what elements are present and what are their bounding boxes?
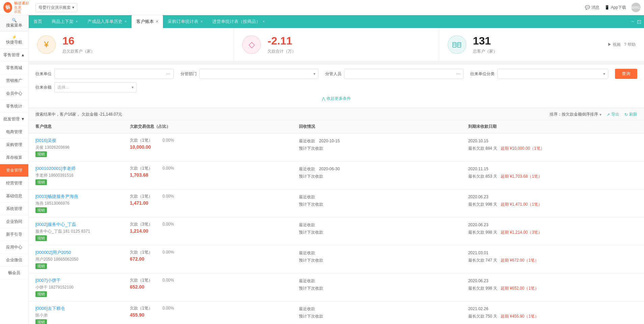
customer-name-1[interactable]: [0001020001]李老师	[35, 166, 130, 172]
return-info-3: 最近收款 预计下次收款	[299, 222, 468, 236]
avatar[interactable]: demo2	[631, 3, 641, 12]
sidebar-item-purchase[interactable]: 采购管理	[0, 139, 28, 151]
sidebar-item-members[interactable]: 会员中心	[0, 87, 28, 100]
debt-info-6: 欠款（1笔） 455.90 0.00%	[130, 305, 299, 318]
filter-balance: 往来余额 选择... ▾	[35, 82, 137, 92]
from-unit-label: 往来单位	[35, 71, 52, 77]
tab-minimize-icon[interactable]: −	[631, 19, 634, 25]
content-area: 首页 商品上下架 × 产成品入库单历史 × 客户账本 × 采购订单统计表 ×	[29, 15, 644, 324]
tab-close-product-listing[interactable]: ×	[76, 19, 78, 24]
customer-tag-5: 现销	[35, 291, 47, 297]
app-download-button[interactable]: 📱 App下载	[605, 5, 626, 10]
svg-rect-2	[453, 43, 454, 44]
customer-name-4[interactable]: [000002]用户2050	[35, 249, 130, 256]
customer-contact-0: 吴俊 13026203696	[35, 145, 130, 150]
sidebar-item-system[interactable]: 系统管理	[0, 203, 28, 215]
unit-category-select[interactable]: ▾	[497, 69, 609, 79]
from-unit-input[interactable]: ···	[54, 69, 174, 79]
video-button[interactable]: ▶ 视频	[608, 42, 621, 48]
sidebar-item-batch-mgmt[interactable]: 批发管理 ▼	[0, 113, 28, 126]
svg-rect-9	[459, 45, 460, 46]
customer-tag-0: 现销	[35, 151, 47, 157]
help-button[interactable]: ? 帮助	[624, 42, 636, 48]
sort-select[interactable]: 排序：按欠款金额倒序排序 ▾	[550, 112, 601, 117]
tab-close-purchase-summary[interactable]: ×	[200, 19, 203, 24]
tab-product-listing[interactable]: 商品上下架 ×	[47, 15, 83, 28]
stat-label-customers: 总欠款客户（家）	[62, 49, 95, 54]
debt-amount-5: 652.00	[130, 284, 152, 290]
export-button[interactable]: ↗ 导出	[607, 112, 619, 117]
result-bar-right: 排序：按欠款金额倒序排序 ▾ ↗ 导出 ↻ 刷新	[550, 112, 637, 117]
filter-unit-category: 往来单位分类 ▾	[470, 69, 609, 79]
balance-select[interactable]: 选择... ▾	[54, 82, 137, 92]
sidebar-item-newbie[interactable]: 新手引导	[0, 228, 28, 241]
stat-label-debt: 欠款合计（万）	[268, 49, 296, 54]
from-unit-dots[interactable]: ···	[166, 71, 170, 77]
tab-product-inbound[interactable]: 产成品入库单历史 ×	[83, 15, 132, 28]
stat-value-total: 131	[473, 35, 497, 47]
overdue-link-2[interactable]: 超期 ¥1,471.00（1笔）	[501, 202, 542, 207]
tab-close-customer-account[interactable]: ×	[156, 19, 158, 24]
customer-name-6[interactable]: [0006]去下粮仓	[35, 305, 130, 312]
tab-inbound-summary[interactable]: 进货单统计表（按商品） ×	[207, 15, 270, 28]
sidebar-item-retail-mgmt[interactable]: 零售管理 ▲	[0, 49, 28, 62]
customer-info-0: [0016]吴俊 吴俊 13026203696 现销	[35, 138, 130, 157]
page-content: ¥ 16 总欠款客户（家） ◇ -2.11 欠款合计（万）	[29, 28, 644, 324]
customer-name-0[interactable]: [0016]吴俊	[35, 138, 130, 144]
store-selector[interactable]: 母婴行业演示账套 ▾	[35, 3, 77, 12]
overdue-link-3[interactable]: 超期 ¥1,214.00（3笔）	[501, 230, 542, 235]
sidebar-search[interactable]: 🔍 搜索菜单	[0, 15, 28, 31]
message-button[interactable]: 💬 消息	[585, 5, 599, 10]
customer-name-5[interactable]: [0007]小饼干	[35, 277, 130, 284]
sidebar-item-finance[interactable]: 资金管理	[0, 164, 28, 177]
tab-customer-account[interactable]: 客户账本 ×	[132, 15, 163, 28]
stat-value-debt: -2.11	[268, 35, 296, 47]
sidebar-item-wecom[interactable]: 企业微信	[0, 254, 28, 267]
overdue-link-6[interactable]: 超期 ¥455.90（1笔）	[501, 314, 539, 319]
overdue-link-4[interactable]: 超期 ¥672.00（1笔）	[501, 258, 539, 263]
sidebar-item-marketing[interactable]: 营销推广	[0, 75, 28, 87]
customer-contact-1: 李老师 18600391516	[35, 173, 130, 178]
sidebar-item-retail-stats[interactable]: 零售统计	[0, 100, 28, 113]
sidebar-item-super-member[interactable]: 畅会员	[0, 267, 28, 279]
customer-name-3[interactable]: [0002]服务中心_丁磊	[35, 222, 130, 228]
message-icon: 💬	[585, 5, 590, 10]
svg-rect-3	[455, 43, 455, 44]
overdue-link-0[interactable]: 超期 ¥10,000.00（1笔）	[501, 146, 544, 151]
customer-tag-1: 现销	[35, 179, 47, 185]
refresh-button[interactable]: ↻ 刷新	[624, 112, 637, 117]
tab-close-product-inbound[interactable]: ×	[124, 19, 127, 24]
sidebar-item-ecommerce[interactable]: 电商管理	[0, 126, 28, 139]
overdue-link-1[interactable]: 超期 ¥1,703.68（1笔）	[501, 174, 542, 179]
svg-rect-7	[459, 43, 460, 44]
customer-contact-2: 海燕 18513066976	[35, 201, 130, 206]
tab-close-inbound-summary[interactable]: ×	[262, 19, 265, 24]
customer-info-3: [0002]服务中心_丁磊 服务中心_丁磊 181 0125 8371 现销	[35, 222, 130, 241]
collapse-button[interactable]: ⋀ 收起更多条件	[322, 96, 351, 101]
sidebar-item-apps[interactable]: 应用中心	[0, 241, 28, 254]
customer-contact-4: 用户2050 18665062050	[35, 257, 130, 262]
export-icon: ↗	[607, 112, 610, 117]
customer-name-2[interactable]: [0003]畅捷服务尹海燕	[35, 194, 130, 200]
person-dots[interactable]: ···	[456, 71, 460, 77]
tab-purchase-summary[interactable]: 采购订单统计表 ×	[163, 15, 207, 28]
sidebar-quick-nav[interactable]: ⚡ 快捷导航	[0, 31, 28, 49]
header: 畅 畅捷通好生意 示范 母婴行业演示账套 ▾ 💬 消息 📱 App下载 demo…	[0, 0, 644, 15]
debt-info-5: 欠款（1笔） 652.00 0.00%	[130, 277, 299, 290]
search-button[interactable]: 查询	[615, 69, 637, 79]
tab-home[interactable]: 首页	[29, 15, 47, 28]
sidebar-item-retail-store[interactable]: 零售商城	[0, 62, 28, 75]
logo-area: 畅 畅捷通好生意 示范	[3, 1, 32, 14]
sidebar-item-enterprise[interactable]: 企业协同	[0, 215, 28, 228]
sidebar-item-basic-info[interactable]: 基础信息	[0, 190, 28, 203]
debt-ratio-0: 0.00%	[163, 138, 174, 143]
table-row: [0002]服务中心_丁磊 服务中心_丁磊 181 0125 8371 现销 欠…	[29, 217, 644, 245]
sidebar-item-inventory[interactable]: 库存核算	[0, 151, 28, 164]
overdue-link-5[interactable]: 超期 ¥652.00（1笔）	[501, 286, 539, 291]
sidebar-item-operations[interactable]: 经营管理	[0, 177, 28, 190]
dept-select[interactable]: ▾	[199, 69, 319, 79]
return-info-4: 最近收款 预计下次收款	[299, 249, 468, 264]
overdue-2: 2020.06.23 最长欠款 998 天 超期 ¥1,471.00（1笔）	[468, 194, 637, 208]
tab-maximize-icon[interactable]: ⊡	[637, 19, 641, 25]
person-input[interactable]: ···	[344, 69, 464, 79]
